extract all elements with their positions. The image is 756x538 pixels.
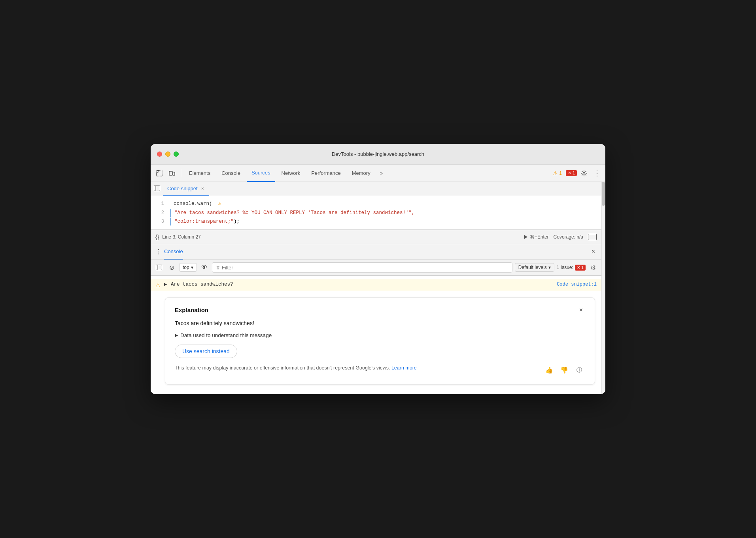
menu-button[interactable]: ⋮ (591, 168, 602, 179)
svg-rect-3 (173, 172, 175, 175)
levels-label: Default levels (518, 265, 547, 270)
console-tab-label[interactable]: Console (164, 244, 183, 260)
filter-icon: ⧖ (216, 265, 219, 270)
code-line-2: 2 "Are tacos sandwiches? %c YOU CAN ONLY… (151, 208, 601, 217)
status-bar: {} Line 3, Column 27 ⌘+Enter Coverage: n… (151, 230, 601, 244)
format-icon[interactable]: {} (155, 234, 159, 240)
issue-count: 1 (581, 265, 584, 270)
warning-badge[interactable]: ⚠ 1 (550, 169, 564, 177)
levels-selector[interactable]: Default levels ▾ (515, 263, 554, 272)
thumbs-up-icon: 👍 (545, 366, 553, 375)
code-area: Code snippet × 1 console.warn( ⚠ (151, 182, 601, 229)
info-button[interactable]: ⓘ (573, 364, 585, 376)
device-icon[interactable] (166, 168, 178, 179)
close-button[interactable] (157, 152, 162, 157)
console-settings-icon[interactable]: ⚙ (588, 262, 598, 273)
console-menu-icon[interactable]: ⋮ (155, 248, 161, 256)
error-badge[interactable]: ✕ 1 (566, 170, 577, 176)
snippet-tab-close-icon[interactable]: × (200, 186, 205, 192)
thumbs-down-button[interactable]: 👎 (558, 364, 570, 376)
context-dropdown-icon: ▾ (191, 265, 193, 270)
snippet-tab[interactable]: Code snippet × (163, 182, 209, 196)
issue-x-icon: ✕ (577, 265, 580, 270)
run-button[interactable]: ⌘+Enter (524, 234, 549, 240)
use-search-button[interactable]: Use search instead (175, 345, 585, 364)
tab-elements[interactable]: Elements (184, 165, 215, 182)
issue-badge[interactable]: 1 Issue: ✕ 1 (557, 265, 586, 271)
console-warn-row[interactable]: ⚠ ▶ Are tacos sandwiches? Code snippet:1 (151, 279, 601, 291)
data-toggle-label: Data used to understand this message (180, 332, 272, 338)
code-text-1: console.warn( (174, 201, 212, 206)
data-toggle-arrow-icon: ▶ (175, 333, 178, 338)
status-left: {} Line 3, Column 27 (155, 234, 201, 240)
code-line-3: 3 "color:transparent;"); (151, 217, 601, 226)
warning-count: 1 (559, 170, 562, 176)
info-icon: ⓘ (576, 366, 582, 374)
cursor-position: Line 3, Column 27 (162, 234, 200, 240)
console-toolbar: ⊘ top ▾ 👁 ⧖ (151, 260, 601, 276)
error-count: 1 (573, 170, 575, 175)
console-sidebar-icon[interactable] (154, 262, 164, 273)
clear-console-icon[interactable]: ⊘ (166, 262, 177, 273)
issue-count-badge: ✕ 1 (575, 265, 586, 271)
code-comma-2: , (412, 210, 415, 216)
context-label: top (183, 265, 189, 270)
run-shortcut: ⌘+Enter (530, 234, 549, 240)
coverage-label: Coverage: n/a (554, 234, 583, 240)
explanation-close-icon[interactable]: × (577, 306, 585, 314)
explanation-title: Explanation (175, 307, 208, 313)
minimize-button[interactable] (165, 152, 170, 157)
inspect-icon[interactable] (154, 168, 165, 179)
scrollbar-thumb[interactable] (602, 182, 605, 206)
use-search-label[interactable]: Use search instead (175, 345, 237, 358)
console-source-link[interactable]: Code snippet:1 (557, 282, 597, 287)
tab-network[interactable]: Network (277, 165, 305, 182)
line-number-1: 1 (151, 200, 170, 208)
explanation-header: Explanation × (175, 306, 585, 314)
more-tabs-label: » (380, 170, 383, 176)
status-right: ⌘+Enter Coverage: n/a (524, 234, 597, 240)
line-number-2: 2 (151, 209, 170, 217)
content-area: Code snippet × 1 console.warn( ⚠ (151, 182, 601, 394)
svg-point-4 (583, 172, 585, 174)
tab-sources[interactable]: Sources (247, 165, 275, 182)
tab-memory[interactable]: Memory (347, 165, 375, 182)
more-tabs-button[interactable]: » (377, 170, 386, 176)
expand-arrow-icon[interactable]: ▶ (164, 282, 167, 287)
filter-input[interactable] (222, 265, 508, 271)
data-toggle[interactable]: ▶ Data used to understand this message (175, 332, 585, 338)
svg-rect-2 (169, 171, 172, 175)
learn-more-link[interactable]: Learn more (391, 365, 417, 371)
play-icon (524, 235, 527, 239)
code-string-3: "color:transparent;" (174, 219, 234, 224)
settings-button[interactable] (578, 168, 590, 179)
thumbs-up-button[interactable]: 👍 (543, 364, 555, 376)
warning-triangle-icon: ⚠ (553, 170, 558, 176)
thumbs-down-icon: 👎 (560, 366, 568, 375)
code-editor: 1 console.warn( ⚠ 2 "Are tacos sandwiche… (151, 196, 601, 229)
console-header: ⋮ Console × (151, 244, 601, 260)
devtools-body: Elements Console Sources Network Perform… (151, 165, 605, 394)
line-content-3: "color:transparent;"); (170, 218, 601, 225)
context-selector[interactable]: top ▾ (179, 263, 197, 272)
window-title: DevTools - bubble-jingle.web.app/search (332, 151, 424, 157)
eye-icon[interactable]: 👁 (199, 262, 210, 273)
console-output: ⚠ ▶ Are tacos sandwiches? Code snippet:1… (151, 276, 601, 394)
tab-console[interactable]: Console (217, 165, 245, 182)
explanation-card: Explanation × Tacos are definitely sandw… (165, 297, 595, 385)
screenshot-icon[interactable] (588, 234, 597, 240)
maximize-button[interactable] (174, 152, 179, 157)
console-close-icon[interactable]: × (590, 246, 597, 257)
tab-performance[interactable]: Performance (306, 165, 345, 182)
snippet-sidebar-icon[interactable] (154, 186, 160, 192)
console-warn-icon: ⚠ (155, 282, 161, 288)
toolbar-separator-1 (181, 169, 181, 177)
disclaimer-text: This feature may display inaccurate or o… (175, 364, 537, 372)
top-toolbar: Elements Console Sources Network Perform… (151, 165, 605, 182)
code-string-2: "Are tacos sandwiches? %c YOU CAN ONLY R… (174, 210, 412, 216)
explanation-main-text: Tacos are definitely sandwiches! (175, 319, 585, 328)
filter-wrapper: ⧖ (212, 262, 512, 273)
feedback-icons: 👍 👎 ⓘ (543, 364, 585, 376)
snippet-tab-label: Code snippet (167, 186, 198, 191)
line-content-2: "Are tacos sandwiches? %c YOU CAN ONLY R… (170, 209, 601, 217)
